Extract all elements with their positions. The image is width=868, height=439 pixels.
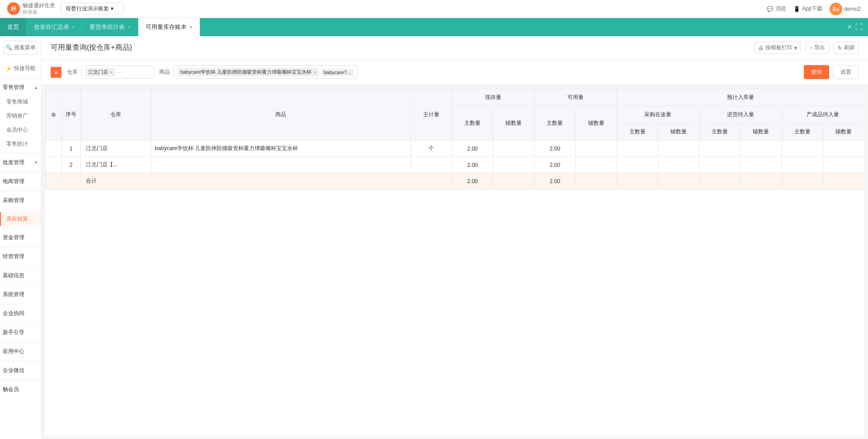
row2-unit xyxy=(410,157,452,173)
operations-label: 经营管理 xyxy=(3,253,24,260)
tab-order-stats-close[interactable]: × xyxy=(127,24,130,30)
phone-icon: 📱 xyxy=(793,6,800,12)
row2-current-main: 2.00 xyxy=(452,157,493,173)
product-input[interactable]: babycare学饮杯 儿童防摔防撞吸管杯重力球吸嘴杯宝宝水杯 × babyca… xyxy=(174,66,358,79)
filter-settings-btn[interactable]: 设置 xyxy=(833,65,859,79)
footer-production-main xyxy=(782,173,823,189)
top-bar-right: 💬 消息 📱 App下载 Ea demo2 xyxy=(767,3,861,15)
th-settings[interactable]: ⚙ xyxy=(46,89,62,141)
product-tag-remove[interactable]: × xyxy=(313,70,316,75)
tab-home[interactable]: 首页 xyxy=(0,18,27,36)
data-table: ⚙ 序号 仓库 商品 主计量 现存量 可用量 预计入库量 主数量 辅数量 主数量 xyxy=(45,89,864,189)
template-print-label: 按模板打印 xyxy=(765,44,793,52)
th-production-aux: 辅数量 xyxy=(823,123,864,141)
user-area[interactable]: Ea demo2 xyxy=(830,3,861,15)
sidebar-item-system[interactable]: 系统管理 xyxy=(0,287,41,302)
tab-collection[interactable]: 收发存汇总表 × xyxy=(27,18,82,36)
sidebar-item-quicknav[interactable]: ⚡ 快捷导航 xyxy=(0,61,41,76)
chevron-down-icon: ▾ xyxy=(111,5,113,12)
row2-product xyxy=(151,157,410,173)
th-main-unit: 主计量 xyxy=(410,89,452,141)
th-current-aux-qty: 辅数量 xyxy=(493,106,534,141)
sidebar-item-retail-shop[interactable]: 零售商城 xyxy=(0,95,41,109)
footer-current-main: 2.00 xyxy=(452,173,493,189)
footer-incoming-main xyxy=(699,173,741,189)
store-selector[interactable]: 母婴行业演示账套 ▾ xyxy=(61,3,124,15)
maximize-btn[interactable]: ⛶ xyxy=(855,23,863,31)
filter-expand-btn[interactable]: » xyxy=(51,67,61,78)
row1-unit: 个 xyxy=(410,141,452,157)
row1-incoming-main xyxy=(699,141,741,157)
sidebar-item-wholesale[interactable]: 批发管理 ▼ xyxy=(0,155,41,170)
app-download-btn[interactable]: 📱 App下载 xyxy=(793,5,822,13)
tab-collection-close[interactable]: × xyxy=(72,24,75,30)
sidebar-item-operations[interactable]: 经营管理 xyxy=(0,249,41,264)
footer-production-aux xyxy=(823,173,864,189)
warehouse-tag-remove[interactable]: × xyxy=(110,70,113,75)
sidebar-item-members[interactable]: 会员中心 xyxy=(0,123,41,137)
close-all-btn[interactable]: × xyxy=(848,23,852,31)
row2-incoming-main xyxy=(699,157,741,173)
tab-collection-label: 收发存汇总表 xyxy=(34,23,69,31)
search-icon: 🔍 xyxy=(5,44,14,51)
system-label: 系统管理 xyxy=(3,291,24,298)
th-available: 可用量 xyxy=(534,89,617,106)
sidebar-item-inventory[interactable]: 库存核算 xyxy=(0,212,41,226)
top-bar-left: 好 畅捷通好生意 标准版 母婴行业演示账套 ▾ xyxy=(7,2,124,15)
sidebar: 🔍 搜索菜单 ⚡ 快捷导航 零售管理 ▲ 零售商城 营销推广 会员中心 xyxy=(0,36,42,439)
sidebar-item-ecommerce[interactable]: 电商管理 xyxy=(0,174,41,189)
message-btn[interactable]: 💬 消息 xyxy=(767,5,786,13)
sidebar-divider-2 xyxy=(0,153,41,153)
sidebar-item-enterprise[interactable]: 企业协同 xyxy=(0,306,41,321)
sidebar-item-wechat[interactable]: 企业微信 xyxy=(0,363,41,378)
appcenter-label: 应用中心 xyxy=(3,348,24,355)
newguide-label: 新手引导 xyxy=(3,329,24,336)
sidebar-item-member[interactable]: 畅会员 xyxy=(0,382,41,397)
search-menu-btn[interactable]: 🔍 搜索菜单 xyxy=(4,41,38,55)
table-row[interactable]: 2 江北门店【... 2.00 2.00 xyxy=(46,157,864,173)
template-print-btn[interactable]: 🖨 按模板打印 ▾ xyxy=(754,42,801,54)
table-row[interactable]: 1 江北门店 babycare学饮杯 儿童防摔防撞吸管杯重力球吸嘴杯宝宝水杯 个… xyxy=(46,141,864,157)
sidebar-search-area: 🔍 搜索菜单 xyxy=(0,36,41,59)
member-label: 畅会员 xyxy=(3,386,19,393)
product-tag2: babycare?... xyxy=(321,69,354,76)
retail-shop-label: 零售商城 xyxy=(6,99,28,105)
tab-order-stats[interactable]: 要货单统计表 × xyxy=(82,18,138,36)
sidebar-divider-4 xyxy=(0,191,41,191)
row2-avail-main: 2.00 xyxy=(534,157,576,173)
tab-available-stock[interactable]: 可用量库存账本 × xyxy=(138,18,200,36)
footer-incoming-aux xyxy=(741,173,782,189)
th-purchase-aux: 辅数量 xyxy=(658,123,699,141)
sidebar-item-marketing[interactable]: 营销推广 xyxy=(0,109,41,123)
th-no: 序号 xyxy=(62,89,80,141)
sidebar-item-finance[interactable]: 资金管理 xyxy=(0,230,41,245)
sidebar-item-retail[interactable]: 零售管理 ▲ xyxy=(0,80,41,95)
sidebar-item-appcenter[interactable]: 应用中心 xyxy=(0,344,41,359)
tab-order-stats-label: 要货单统计表 xyxy=(90,23,125,31)
export-btn[interactable]: ↑ 导出 xyxy=(806,42,829,54)
query-btn[interactable]: 查询 xyxy=(804,65,829,79)
sidebar-divider-11 xyxy=(0,323,41,323)
warehouse-more[interactable]: ··· xyxy=(117,69,122,76)
th-purchase-in-transit: 采购在途量 xyxy=(617,106,699,123)
sidebar-item-basics[interactable]: 基础信息 xyxy=(0,268,41,283)
tab-available-stock-close[interactable]: × xyxy=(189,24,192,30)
quicknav-icon: ⚡ xyxy=(5,66,12,72)
sidebar-item-newguide[interactable]: 新手引导 xyxy=(0,325,41,340)
row2-purchase-aux xyxy=(658,157,699,173)
app-label: App下载 xyxy=(802,5,822,13)
page-header: 可用量查询(按仓库+商品) 🖨 按模板打印 ▾ ↑ 导出 ↻ 刷新 xyxy=(42,36,868,60)
row2-no: 2 xyxy=(62,157,80,173)
sidebar-item-retail-stats[interactable]: 零售统计 xyxy=(0,137,41,151)
tab-home-label: 首页 xyxy=(7,23,19,31)
sidebar-item-purchase[interactable]: 采购管理 xyxy=(0,193,41,208)
warehouse-input[interactable]: 江北门店 × ··· xyxy=(81,66,154,79)
refresh-btn[interactable]: ↻ 刷新 xyxy=(834,42,859,54)
search-label: 搜索菜单 xyxy=(14,44,36,51)
finance-label: 资金管理 xyxy=(3,234,24,241)
store-name: 母婴行业演示账套 xyxy=(66,5,109,13)
product-label: 商品 xyxy=(159,68,170,76)
filter-bar: » 仓库 江北门店 × ··· 商品 babycare学饮杯 儿童防摔防撞吸管杯… xyxy=(42,60,868,85)
print-chevron-icon: ▾ xyxy=(794,45,797,51)
row1-no: 1 xyxy=(62,141,80,157)
